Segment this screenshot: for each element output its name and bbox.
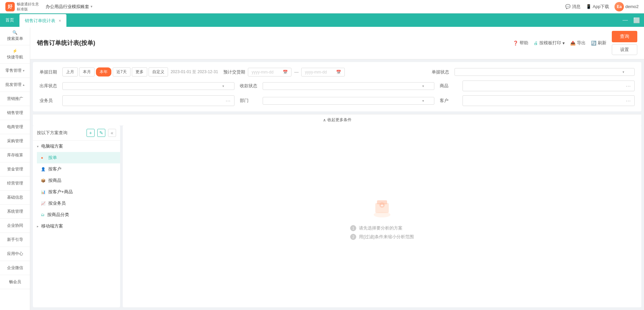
collapse-bar[interactable]: ∧ 收起更多条件	[33, 114, 641, 125]
breadcrumb-arrow-icon[interactable]: ▾	[91, 4, 93, 9]
sidebar-item-system[interactable]: 系统管理	[0, 205, 30, 219]
sidebar-item-wholesale[interactable]: 批发管理 ▴	[0, 78, 30, 92]
expected-date-start[interactable]: yyyy-mm-dd 📅	[248, 68, 291, 76]
logo-text: 畅捷通好生意 标准版	[17, 2, 39, 11]
date-btn-7days[interactable]: 近7天	[113, 67, 130, 76]
breadcrumb: 办公用品行业模拟账套 ▾	[46, 4, 93, 10]
sidebar-item-member[interactable]: 畅会员	[0, 275, 30, 289]
tree-item-mobile[interactable]: ▸ 移动端方案	[33, 220, 120, 232]
tree-item-by-category-label: 按商品分类	[47, 212, 69, 218]
sidebar-item-finance[interactable]: 资金管理	[0, 162, 30, 176]
sidebar-item-member-label: 畅会员	[9, 279, 21, 285]
sidebar-item-basic[interactable]: 基础信息	[0, 191, 30, 205]
collapse-panel-button[interactable]: «	[108, 129, 116, 137]
tree-item-by-customer-goods[interactable]: 📊 按客户+商品	[37, 186, 120, 198]
sidebar-item-retail[interactable]: 零售管理 ▾	[0, 64, 30, 78]
tab-sales-order-stat[interactable]: 销售订单统计表 ×	[19, 14, 66, 28]
sidebar-item-wechat[interactable]: 企业微信	[0, 261, 30, 275]
customer-label: 客户	[440, 98, 460, 104]
outbound-filter: 出库状态 ▾	[40, 82, 234, 90]
tree-item-by-category[interactable]: 🗂 按商品分类	[37, 209, 120, 220]
date-btn-last-month[interactable]: 上月	[62, 67, 78, 76]
collapse-icon: ∧	[323, 118, 326, 122]
sidebar-item-appcenter[interactable]: 应用中心	[0, 247, 30, 261]
tab-home[interactable]: 首页	[0, 13, 19, 27]
date-btn-this-year[interactable]: 本年	[96, 67, 111, 76]
tree-item-by-goods[interactable]: 📦 按商品	[37, 175, 120, 186]
sidebar-item-wechat-label: 企业微信	[7, 265, 23, 271]
sidebar-item-newuser-label: 新手引导	[7, 237, 23, 243]
panel-toolbar: 按以下方案查询 + ✎ «	[33, 125, 120, 141]
tab-bar: 首页 销售订单统计表 × — ⬜	[0, 13, 644, 27]
refresh-button[interactable]: 🔄 刷新	[591, 40, 606, 46]
user-menu[interactable]: Ea demo2	[614, 2, 639, 11]
sidebar-item-sales-label: 销售管理	[7, 110, 23, 116]
empty-tip-2: 2 用[过滤]条件来缩小分析范围	[350, 234, 414, 240]
content-area: 销售订单统计表(按单) ❓ 帮助 🖨 按模板打印 ▾ 📤 导出 🔄 刷新	[30, 27, 644, 310]
salesperson-dots-icon[interactable]: ···	[226, 98, 231, 103]
tab-maximize-icon[interactable]: ⬜	[632, 16, 641, 25]
top-bar-right: 💬 消息 📱 App下载 Ea demo2	[565, 2, 639, 11]
status-select[interactable]: ▾	[454, 68, 635, 76]
sidebar-item-enterprise[interactable]: 企业协同	[0, 219, 30, 233]
tab-bar-actions: — ⬜	[621, 16, 644, 25]
tree-item-by-order[interactable]: ● 按单	[37, 152, 120, 163]
add-scheme-button[interactable]: +	[87, 129, 95, 137]
tree-item-by-customer-goods-label: 按客户+商品	[48, 189, 73, 195]
goods-dots-icon[interactable]: ···	[626, 83, 631, 89]
sidebar-item-inventory-label: 库存核算	[7, 152, 23, 158]
sidebar-item-ecommerce[interactable]: 电商管理	[0, 120, 30, 134]
expected-date-col: 预计交货期 yyyy-mm-dd 📅 — yyyy-mm-dd 📅	[223, 68, 426, 76]
status-col: 单据状态 ▾	[432, 68, 635, 76]
panel-title: 按以下方案查询	[37, 130, 84, 136]
expected-date-label: 预计交货期	[223, 69, 245, 75]
tab-minimize-icon[interactable]: —	[621, 16, 629, 24]
goods-input[interactable]: ···	[463, 81, 635, 91]
query-button[interactable]: 查询	[612, 31, 637, 42]
sidebar-item-newuser[interactable]: 新手引导	[0, 233, 30, 247]
outbound-label: 出库状态	[40, 83, 60, 89]
empty-tip-1: 1 请先选择要分析的方案	[350, 225, 414, 231]
sidebar-item-system-label: 系统管理	[7, 209, 23, 214]
outbound-select[interactable]: ▾	[62, 82, 234, 90]
tree-item-pc[interactable]: ▾ 电脑端方案	[33, 141, 120, 152]
date-btn-more[interactable]: 更多	[132, 67, 147, 76]
customer-dots-icon[interactable]: ···	[626, 98, 631, 103]
sidebar-item-quicknav[interactable]: ⚡ 快捷导航	[0, 45, 30, 64]
tree-expand-icon: ▾	[37, 145, 39, 148]
print-icon: 🖨	[534, 41, 538, 46]
help-button[interactable]: ❓ 帮助	[513, 40, 528, 46]
salesperson-input[interactable]: ···	[62, 95, 234, 106]
sidebar-item-sales[interactable]: 销售管理	[0, 106, 30, 120]
sidebar-item-inventory[interactable]: 库存核算	[0, 148, 30, 162]
payment-select[interactable]: ▾	[263, 82, 435, 90]
app-download-button[interactable]: 📱 App下载	[586, 4, 609, 10]
sidebar-item-marketing[interactable]: 营销推广	[0, 92, 30, 106]
dept-select[interactable]: ▾	[263, 97, 435, 105]
tip-num-1: 1	[350, 225, 356, 231]
dept-filter: 部门 ▾	[240, 97, 435, 105]
date-btn-custom[interactable]: 自定义	[149, 67, 168, 76]
tree-item-by-customer-label: 按客户	[48, 166, 61, 172]
tree-item-by-customer[interactable]: 👤 按客户	[37, 163, 120, 175]
message-button[interactable]: 💬 消息	[565, 4, 581, 10]
sidebar-item-purchase[interactable]: 采购管理	[0, 134, 30, 148]
right-panel: 1 请先选择要分析的方案 2 用[过滤]条件来缩小分析范围	[123, 125, 641, 307]
export-button[interactable]: 📤 导出	[570, 40, 586, 46]
logo-icon: 好	[5, 2, 15, 11]
tab-close-icon[interactable]: ×	[59, 18, 61, 23]
sidebar-item-operation[interactable]: 经营管理	[0, 176, 30, 191]
sidebar: 🔍 搜索菜单 ⚡ 快捷导航 零售管理 ▾ 批发管理 ▴ 营销推广 销售管理 电商…	[0, 27, 30, 310]
date-label: 单据日期	[40, 69, 60, 75]
date-range-text: 2023-01-01 至 2023-12-31	[171, 69, 218, 75]
goods-filter: 商品 ···	[440, 81, 635, 91]
settings-button[interactable]: 设置	[612, 44, 637, 55]
template-print-button[interactable]: 🖨 按模板打印 ▾	[534, 40, 565, 46]
sidebar-item-search[interactable]: 🔍 搜索菜单	[0, 27, 30, 45]
refresh-icon: 🔄	[591, 41, 596, 46]
edit-scheme-button[interactable]: ✎	[97, 129, 105, 137]
expected-date-end[interactable]: yyyy-mm-dd 📅	[301, 68, 345, 76]
customer-input[interactable]: ···	[463, 95, 635, 106]
tree-item-by-salesperson[interactable]: 📈 按业务员	[37, 198, 120, 209]
date-btn-this-month[interactable]: 本月	[79, 67, 95, 76]
